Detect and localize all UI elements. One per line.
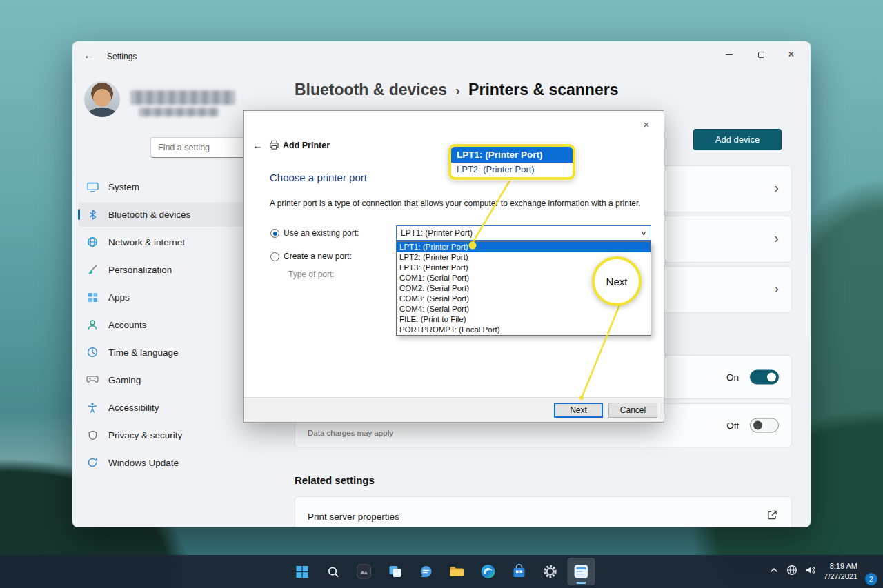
- printer-icon: [269, 140, 279, 153]
- tray-chevron-button[interactable]: [769, 565, 779, 578]
- search-button[interactable]: [319, 558, 347, 585]
- chat-icon: [419, 564, 434, 579]
- network-tray-button[interactable]: [786, 565, 797, 578]
- next-button-callout: Next: [592, 256, 642, 306]
- personalization-icon: [86, 264, 99, 275]
- time-language-icon: [86, 347, 99, 358]
- port-combobox[interactable]: LPT1: (Printer Port) ∨: [396, 225, 651, 241]
- chevron-up-icon: [769, 565, 779, 575]
- sidebar-item-accounts[interactable]: Accounts: [78, 312, 270, 337]
- radio-use-existing-label: Use an existing port:: [284, 228, 359, 238]
- dialog-back-button[interactable]: ←: [252, 139, 263, 151]
- desktop: ← Settings × System Bluetooth & devices …: [0, 0, 883, 588]
- cancel-button[interactable]: Cancel: [608, 403, 657, 418]
- start-button[interactable]: [288, 558, 316, 585]
- radio-use-existing-port[interactable]: [270, 229, 279, 238]
- add-device-button[interactable]: Add device: [693, 129, 782, 150]
- sidebar-item-apps[interactable]: Apps: [78, 285, 270, 310]
- related-settings-heading: Related settings: [295, 474, 375, 486]
- task-view-button[interactable]: [381, 558, 409, 585]
- task-view-icon: [388, 564, 403, 579]
- accessibility-icon: [86, 402, 99, 413]
- volume-tray-button[interactable]: [805, 565, 816, 578]
- clock[interactable]: 8:19 AM 7/27/2021: [824, 561, 857, 582]
- chat-button[interactable]: [413, 558, 440, 585]
- folder-icon: [450, 565, 465, 578]
- redacted-user-name: [130, 90, 235, 105]
- radio-create-new-label: Create a new port:: [284, 252, 352, 261]
- tray-date: 7/27/2021: [824, 571, 857, 582]
- windows-update-icon: [86, 457, 99, 468]
- system-icon: [86, 181, 99, 193]
- store-button[interactable]: [506, 558, 533, 585]
- print-server-properties-row[interactable]: Print server properties: [295, 496, 792, 527]
- chevron-right-icon: ›: [774, 230, 779, 246]
- close-icon: ×: [644, 119, 650, 130]
- privacy-icon: [86, 430, 99, 440]
- edge-button[interactable]: [475, 558, 502, 585]
- sidebar-item-gaming[interactable]: Gaming: [78, 367, 270, 392]
- sidebar-item-label: Network & internet: [108, 237, 185, 247]
- sidebar-item-label: Gaming: [108, 375, 141, 385]
- sidebar-item-label: Apps: [108, 292, 130, 303]
- dialog-heading: Choose a printer port: [270, 172, 367, 183]
- apps-icon: [86, 292, 99, 303]
- next-callout-label: Next: [606, 276, 628, 287]
- running-indicator: [577, 582, 586, 584]
- sidebar-item-label: Privacy & security: [108, 430, 182, 440]
- type-of-port-label: Type of port:: [288, 270, 335, 279]
- dialog-title: Add Printer: [283, 141, 330, 150]
- notification-badge[interactable]: 2: [865, 573, 877, 585]
- active-app-icon: [574, 564, 589, 579]
- bluetooth-icon: [86, 210, 99, 220]
- network-icon: [86, 236, 99, 247]
- sidebar-item-accessibility[interactable]: Accessibility: [78, 395, 270, 420]
- toggle-knob: [767, 373, 776, 382]
- next-button[interactable]: Next: [554, 403, 603, 418]
- toggle-knob: [753, 421, 762, 430]
- port-option[interactable]: LPT1: (Printer Port): [397, 242, 651, 252]
- system-tray: 8:19 AM 7/27/2021 2: [769, 555, 877, 588]
- toggle-switch-off[interactable]: [750, 418, 779, 433]
- redacted-user-email: [139, 108, 219, 116]
- settings-back-button[interactable]: ←: [83, 49, 94, 61]
- port-option[interactable]: PORTPROMPT: (Local Port): [397, 325, 651, 335]
- accounts-icon: [86, 319, 99, 330]
- sidebar-item-label: Windows Update: [108, 458, 179, 468]
- sidebar-item-network[interactable]: Network & internet: [78, 230, 270, 254]
- file-explorer-button[interactable]: [444, 558, 471, 585]
- metered-subtitle: Data charges may apply: [308, 429, 393, 437]
- dialog-description: A printer port is a type of connection t…: [270, 199, 646, 208]
- sidebar-item-label: Personalization: [108, 265, 172, 275]
- toggle-switch-on[interactable]: [750, 370, 779, 385]
- pinned-app-dark-button[interactable]: [350, 558, 378, 585]
- tray-time: 8:19 AM: [824, 561, 857, 571]
- dialog-close-button[interactable]: ×: [636, 116, 657, 132]
- settings-taskbar-button[interactable]: [537, 558, 564, 585]
- user-avatar: [84, 81, 120, 117]
- speaker-icon: [805, 565, 816, 576]
- sidebar-item-label: Time & language: [108, 347, 179, 358]
- sidebar-item-privacy-security[interactable]: Privacy & security: [78, 423, 270, 447]
- sidebar-item-system[interactable]: System: [78, 174, 270, 199]
- sidebar-item-windows-update[interactable]: Windows Update: [78, 450, 270, 475]
- breadcrumb-bluetooth-devices[interactable]: Bluetooth & devices: [295, 81, 447, 99]
- port-option[interactable]: FILE: (Print to File): [397, 314, 651, 325]
- chevron-down-icon: ∨: [641, 230, 648, 236]
- active-app-button[interactable]: [568, 558, 595, 585]
- sidebar-item-personalization[interactable]: Personalization: [78, 257, 270, 282]
- breadcrumb-separator-icon: ›: [455, 82, 460, 99]
- dialog-footer: Next Cancel: [244, 397, 664, 422]
- windows-logo-icon: [295, 565, 308, 578]
- port-combobox-value: LPT1: (Printer Port): [401, 228, 473, 238]
- radio-create-new-port[interactable]: [270, 252, 279, 261]
- sidebar-item-bluetooth-devices[interactable]: Bluetooth & devices: [78, 202, 270, 227]
- sidebar-item-time-language[interactable]: Time & language: [78, 340, 270, 365]
- chevron-right-icon: ›: [774, 281, 779, 296]
- window-title: Settings: [107, 52, 137, 61]
- search-icon: [326, 565, 339, 578]
- chevron-right-icon: ›: [774, 180, 779, 196]
- edge-icon: [481, 564, 496, 579]
- settings-sidebar: System Bluetooth & devices Network & int…: [78, 174, 270, 478]
- toggle-state-label: Off: [726, 420, 739, 431]
